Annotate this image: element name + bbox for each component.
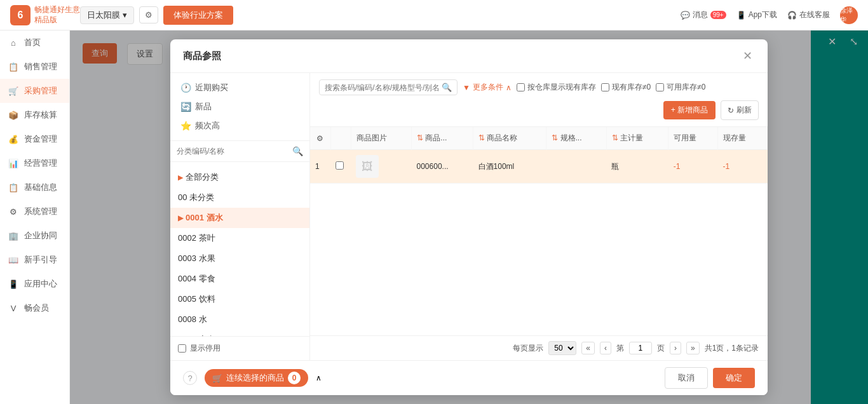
- col-available: 可用量: [668, 127, 718, 150]
- cat-item-00[interactable]: 00 未分类: [170, 187, 309, 208]
- prev-page-button[interactable]: ‹: [600, 342, 611, 354]
- available-ne0-checkbox[interactable]: [601, 83, 609, 91]
- settings-button[interactable]: ⚙: [139, 6, 158, 24]
- cat-item-0008[interactable]: 0008 水: [170, 309, 309, 330]
- basic-icon: 📋: [8, 182, 19, 193]
- cat-item-0005[interactable]: 0005 饮料: [170, 289, 309, 309]
- arrow-icon-0001: ▶: [178, 214, 183, 222]
- inventory-icon: 📦: [8, 109, 19, 121]
- cart-area[interactable]: 🛒 连续选择的商品 0: [205, 369, 308, 387]
- sidebar-label-inventory: 库存核算: [24, 109, 57, 121]
- col-code[interactable]: ⇅ 商品...: [412, 127, 473, 150]
- header-right: 💬 消息 99+ 📱 App下载 🎧 在线客服 徐泽华: [681, 6, 858, 24]
- cat-item-all[interactable]: ▶ 全部分类: [170, 167, 309, 187]
- sidebar-item-inventory[interactable]: 📦 库存核算: [0, 103, 69, 127]
- sidebar-item-home[interactable]: ⌂ 首页: [0, 30, 69, 55]
- system-icon: ⚙: [8, 206, 19, 217]
- help-button[interactable]: ?: [183, 371, 197, 385]
- quick-item-new[interactable]: 🔄 新品: [175, 97, 304, 116]
- sort-icon-unit: ⇅: [612, 133, 618, 142]
- add-product-button[interactable]: + 新增商品: [663, 101, 715, 119]
- quick-item-recent[interactable]: 🕐 近期购买: [175, 78, 304, 97]
- purchase-icon: 🛒: [8, 85, 19, 97]
- row-check[interactable]: [330, 150, 351, 184]
- refresh-label: 刷新: [736, 105, 752, 116]
- filter-button[interactable]: ▼ 更多条件 ∧: [463, 82, 512, 93]
- usable-ne0-checkbox-label[interactable]: 可用库存≠0: [656, 82, 705, 93]
- top-header: 6 畅捷通好生意 精品版 日太阳膜 ▾ ⚙ 体验行业方案 💬 消息 99+ 📱 …: [0, 0, 868, 30]
- cart-collapse-icon[interactable]: ∧: [316, 374, 322, 382]
- table-row[interactable]: 1 🖼 000600... 白酒100ml: [310, 150, 768, 184]
- row-checkbox[interactable]: [336, 161, 344, 170]
- modal-footer: ? 🛒 连续选择的商品 0 ∧ 取消 确定: [170, 360, 768, 395]
- sidebar-label-system: 系统管理: [24, 206, 57, 217]
- sidebar-item-business[interactable]: 📊 经营管理: [0, 151, 69, 175]
- available-ne0-checkbox-label[interactable]: 现有库存≠0: [601, 82, 651, 93]
- cat-item-0002[interactable]: 0002 茶叶: [170, 228, 309, 248]
- last-page-button[interactable]: »: [686, 342, 700, 354]
- modal-table: ⚙ 商品图片 ⇅ 商品... ⇅: [310, 127, 768, 335]
- per-page-select[interactable]: 50: [548, 341, 576, 355]
- category-search-input[interactable]: [177, 147, 290, 156]
- col-unit[interactable]: ⇅ 主计量: [606, 127, 668, 150]
- quick-item-frequent[interactable]: ⭐ 频次高: [175, 116, 304, 135]
- show-disabled-area: 显示停用: [170, 336, 309, 360]
- product-search-box: 🔍: [319, 79, 458, 95]
- warehouse-checkbox[interactable]: [517, 83, 525, 91]
- sidebar-item-member[interactable]: V 畅会员: [0, 296, 69, 320]
- cat-label-0004: 0004 零食: [178, 273, 215, 285]
- product-search-input[interactable]: [325, 83, 439, 92]
- cancel-button[interactable]: 取消: [665, 367, 708, 389]
- online-service-item[interactable]: 🎧 在线客服: [787, 10, 830, 20]
- messages-item[interactable]: 💬 消息 99+: [681, 10, 726, 20]
- page-number-input[interactable]: [629, 342, 652, 354]
- usable-ne0-checkbox[interactable]: [656, 83, 664, 91]
- modal-body: 🕐 近期购买 🔄 新品 ⭐ 频次高: [170, 73, 768, 360]
- cat-item-0010[interactable]: 0010 家电: [170, 330, 309, 336]
- category-search-icon[interactable]: 🔍: [292, 146, 303, 156]
- product-table: ⚙ 商品图片 ⇅ 商品... ⇅: [310, 127, 768, 184]
- store-selector[interactable]: 日太阳膜 ▾: [80, 6, 134, 24]
- cart-label: 连续选择的商品: [226, 372, 284, 384]
- show-disabled-label: 显示停用: [190, 343, 220, 354]
- app-download-item[interactable]: 📱 App下载: [736, 10, 777, 20]
- header-mid: 日太阳膜 ▾ ⚙ 体验行业方案: [80, 6, 681, 25]
- sidebar-item-basic[interactable]: 📋 基础信息: [0, 175, 69, 199]
- search-icon[interactable]: 🔍: [442, 83, 452, 92]
- modal-pagination: 每页显示 50 « ‹ 第 页 › » 共1页，1条记录: [310, 335, 768, 360]
- cat-item-0004[interactable]: 0004 零食: [170, 269, 309, 289]
- sidebar-label-home: 首页: [24, 37, 41, 48]
- refresh-button[interactable]: ↻ 刷新: [721, 100, 759, 120]
- total-info: 共1页，1条记录: [705, 343, 759, 354]
- col-check: [330, 127, 351, 150]
- sidebar-item-enterprise[interactable]: 🏢 企业协同: [0, 224, 69, 248]
- col-spec[interactable]: ⇅ 规格...: [546, 127, 607, 150]
- first-page-button[interactable]: «: [581, 342, 595, 354]
- sidebar-label-apps: 应用中心: [24, 278, 57, 290]
- messages-badge: 99+: [710, 11, 726, 19]
- show-disabled-checkbox[interactable]: [178, 344, 186, 353]
- per-page-label: 每页显示: [513, 343, 543, 354]
- row-name: 白酒100ml: [473, 150, 546, 184]
- enterprise-icon: 🏢: [8, 230, 19, 241]
- trial-button[interactable]: 体验行业方案: [163, 6, 233, 25]
- next-page-button[interactable]: ›: [670, 342, 681, 354]
- sidebar-item-guide[interactable]: 📖 新手引导: [0, 248, 69, 272]
- col-gear[interactable]: ⚙: [310, 127, 330, 150]
- confirm-button[interactable]: 确定: [713, 368, 755, 388]
- modal-title: 商品参照: [183, 50, 221, 62]
- sidebar-item-system[interactable]: ⚙ 系统管理: [0, 199, 69, 224]
- warehouse-checkbox-label[interactable]: 按仓库显示现有库存: [517, 82, 596, 93]
- modal-close-button[interactable]: ✕: [740, 48, 755, 64]
- table-header-row: ⚙ 商品图片 ⇅ 商品... ⇅: [310, 127, 768, 150]
- sidebar-item-purchase[interactable]: 🛒 采购管理: [0, 79, 69, 103]
- cat-item-0003[interactable]: 0003 水果: [170, 248, 309, 269]
- sidebar-item-finance[interactable]: 💰 资金管理: [0, 127, 69, 151]
- user-area[interactable]: 徐泽华: [840, 6, 858, 24]
- cat-item-0001[interactable]: ▶ 0001 酒水: [170, 208, 309, 228]
- sort-icon-name: ⇅: [478, 133, 485, 142]
- modal-header: 商品参照 ✕: [170, 39, 768, 73]
- col-name[interactable]: ⇅ 商品名称: [473, 127, 546, 150]
- sidebar-item-sales[interactable]: 📋 销售管理: [0, 55, 69, 79]
- sidebar-item-apps[interactable]: 📱 应用中心: [0, 272, 69, 296]
